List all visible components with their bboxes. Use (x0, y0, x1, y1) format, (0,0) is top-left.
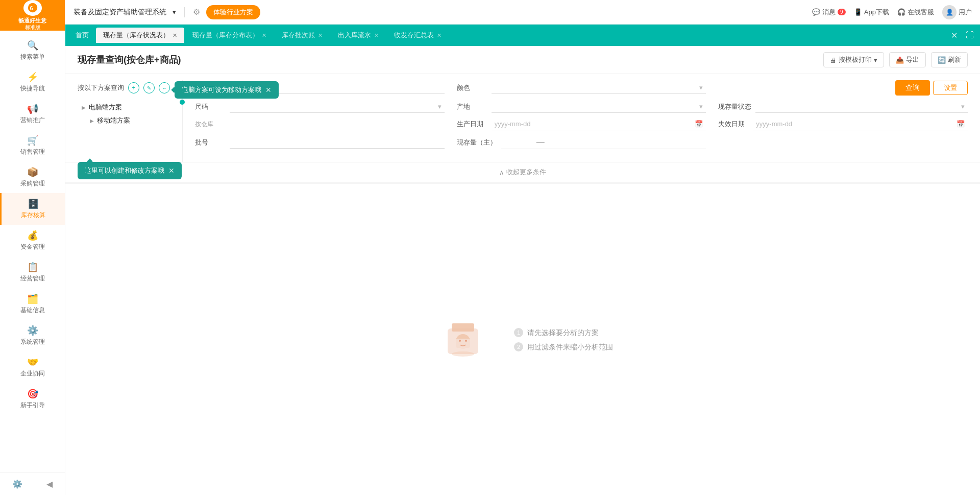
sidebar-item-label: 库存核算 (21, 211, 45, 220)
chevron-down-icon: ▾ (438, 103, 442, 110)
scheme-tooltip-close-icon[interactable]: ✕ (168, 167, 175, 175)
template-print-button[interactable]: 🖨 按模板打印 ▾ (823, 52, 884, 67)
set-button[interactable]: 设置 (933, 81, 968, 95)
sidebar-menu: 🔍 搜索菜单 ⚡ 快捷导航 📢 营销推广 🛒 销售管理 📦 采购管理 🗄️ 库存… (0, 31, 65, 473)
tab-close-icon[interactable]: ✕ (437, 32, 442, 39)
sidebar-item-search[interactable]: 🔍 搜索菜单 (0, 35, 65, 66)
search-buttons: 查询 设置 (718, 80, 968, 96)
sidebar-item-marketing[interactable]: 📢 营销推广 (0, 98, 65, 130)
range-sep: — (536, 137, 545, 147)
sidebar-collapse-icon[interactable]: ◀ (46, 479, 53, 489)
more-conditions-row: ∧ 收起更多条件 (65, 162, 980, 182)
filter-color: 颜色 ▾ (457, 80, 706, 96)
filter-label: 颜色 (457, 83, 487, 92)
chevron-down-icon: ▾ (961, 103, 965, 110)
stock-max-input[interactable] (547, 138, 577, 146)
origin-select[interactable]: ▾ (492, 101, 706, 113)
stock-min-input[interactable] (504, 138, 534, 146)
dropdown-icon: ▾ (874, 56, 877, 64)
sidebar-item-purchase[interactable]: 📦 采购管理 (0, 161, 65, 193)
tab-close-icon[interactable]: ✕ (173, 32, 177, 39)
sidebar-item-finance[interactable]: 💰 资金管理 (0, 225, 65, 256)
exp-date-input[interactable]: yyyy-mm-dd 📅 (753, 118, 968, 130)
sidebar-item-system[interactable]: ⚙️ 系统管理 (0, 320, 65, 351)
sidebar-item-guide[interactable]: 🎯 新手引导 (0, 383, 65, 415)
phone-icon: 📱 (854, 8, 862, 16)
service-icon: 🎧 (897, 8, 905, 16)
filter-inventory-status: 现存量状态 ▾ (718, 101, 968, 113)
tab-inventory-dist[interactable]: 现存量（库存分布表） ✕ (185, 28, 274, 43)
avatar: 👤 (942, 5, 957, 19)
operations-icon: 📋 (27, 262, 38, 273)
message-badge: 9 (838, 9, 846, 15)
filter-label: 现存量（主） (457, 138, 497, 147)
filter-stock-main: 现存量（主） — (457, 135, 706, 149)
more-conditions-button[interactable]: ∧ 收起更多条件 (499, 168, 546, 177)
scheme-item-pc[interactable]: ▶ 电脑端方案 (82, 101, 170, 114)
topbar-settings-icon[interactable]: ⚙ (193, 7, 200, 17)
mfg-date-input[interactable]: yyyy-mm-dd 📅 (492, 118, 706, 130)
sidebar-item-enterprise[interactable]: 🤝 企业协同 (0, 351, 65, 383)
system-icon: ⚙️ (27, 325, 38, 336)
export-button[interactable]: 📤 导出 (889, 52, 926, 67)
chevron-down-icon: ▾ (699, 103, 703, 110)
marketing-icon: 📢 (27, 103, 38, 114)
color-select[interactable]: ▾ (492, 82, 706, 94)
tab-inout-flow[interactable]: 出入库流水 ✕ (331, 28, 386, 43)
system-select-dropdown[interactable]: ▾ (173, 8, 176, 16)
logo-icon: 6 (23, 0, 42, 16)
date-placeholder: yyyy-mm-dd (495, 120, 531, 128)
svg-rect-3 (452, 323, 474, 332)
message-button[interactable]: 💬 消息 9 (812, 8, 846, 17)
trial-button[interactable]: 体验行业方案 (206, 5, 260, 19)
tip-text-2: 用过滤条件来缩小分析范围 (527, 340, 613, 354)
tab-close-icon[interactable]: ✕ (374, 32, 379, 39)
tab-inventory-status[interactable]: 现存量（库存状况表） ✕ (96, 28, 184, 43)
batch-input[interactable] (230, 136, 445, 149)
refresh-icon: 🔄 (938, 56, 946, 64)
filter-exp-date: 失效日期 yyyy-mm-dd 📅 (718, 118, 968, 130)
calendar-icon[interactable]: 📅 (695, 120, 703, 128)
user-menu[interactable]: 👤 用户 (942, 5, 972, 19)
tab-close-icon[interactable]: ✕ (262, 32, 266, 39)
filter-label: 尺码 (195, 102, 226, 111)
service-button[interactable]: 🎧 在线客服 (897, 8, 934, 17)
filter-label: 失效日期 (718, 120, 749, 129)
sidebar-settings-icon[interactable]: ⚙️ (12, 479, 22, 489)
sidebar-item-inventory[interactable]: 🗄️ 库存核算 (0, 193, 65, 225)
search-button[interactable]: 查询 (895, 80, 930, 96)
user-label: 用户 (959, 8, 972, 17)
tab-home[interactable]: 首页 (69, 28, 95, 43)
scheme-section: 按以下方案查询 + ✎ ← 电脑方案可设为移动方案哦 ✕ ▶ (78, 80, 170, 127)
calendar-icon[interactable]: 📅 (957, 120, 965, 128)
sidebar: 6 畅通好生意 标准版 🔍 搜索菜单 ⚡ 快捷导航 📢 营销推广 🛒 销售管理 … (0, 0, 65, 495)
size-select[interactable]: ▾ (230, 101, 445, 113)
tab-close-all-icon[interactable]: ✕ (949, 29, 960, 42)
tab-label: 库存批次账 (282, 31, 315, 40)
edit-scheme-button[interactable]: ✎ (143, 82, 155, 93)
add-tooltip: 电脑方案可设为移动方案哦 ✕ (175, 81, 279, 99)
tip-item-2: 2 用过滤条件来缩小分析范围 (514, 340, 613, 354)
tab-batch-account[interactable]: 库存批次账 ✕ (275, 28, 330, 43)
sidebar-item-label: 新手引导 (20, 401, 45, 410)
app-download-button[interactable]: 📱 App下载 (854, 8, 889, 17)
scheme-tooltip: 这里可以创建和修改方案哦 ✕ (78, 162, 182, 179)
sidebar-item-basic[interactable]: 🗂️ 基础信息 (0, 288, 65, 320)
tip-num-2: 2 (514, 342, 523, 351)
enterprise-icon: 🤝 (27, 357, 38, 368)
add-scheme-button[interactable]: + (128, 82, 139, 93)
tab-close-icon[interactable]: ✕ (318, 32, 323, 39)
refresh-button[interactable]: 🔄 刷新 (931, 52, 968, 67)
inventory-status-select[interactable]: ▾ (755, 101, 968, 113)
tooltip-close-icon[interactable]: ✕ (265, 86, 272, 94)
tooltip-text: 这里可以创建和修改方案哦 (85, 166, 164, 175)
sidebar-item-label: 搜索菜单 (20, 53, 45, 61)
tab-fullscreen-icon[interactable]: ⛶ (964, 29, 976, 42)
sidebar-item-operations[interactable]: 📋 经营管理 (0, 256, 65, 288)
back-scheme-button[interactable]: ← (159, 82, 170, 93)
scheme-item-mobile[interactable]: ▶ 移动端方案 (82, 114, 170, 127)
sidebar-item-quick[interactable]: ⚡ 快捷导航 (0, 66, 65, 98)
sidebar-item-sales[interactable]: 🛒 销售管理 (0, 130, 65, 161)
tab-collect-summary[interactable]: 收发存汇总表 ✕ (387, 28, 449, 43)
logo-sub: 标准版 (18, 24, 46, 31)
